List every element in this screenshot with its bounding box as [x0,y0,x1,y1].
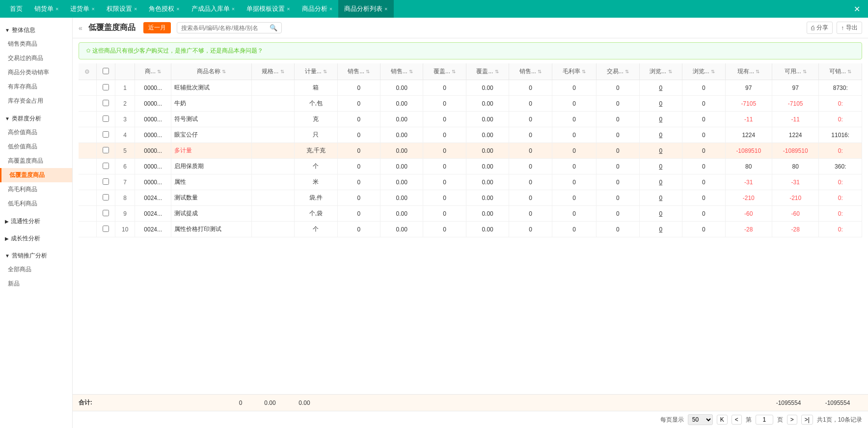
trade-column-header[interactable]: 交易... ⇅ [597,63,639,80]
sidebar-group-overall[interactable]: ▼ 整体信息 [0,24,72,37]
sales-qty-column-header[interactable]: 销售... ⇅ [337,63,380,80]
browse-a-cell[interactable]: 0 [639,80,682,96]
checkbox-cell[interactable] [96,222,115,237]
cover-a-column-header[interactable]: 覆盖... ⇅ [423,63,466,80]
checkbox-cell[interactable] [96,174,115,190]
close-icon[interactable]: × [55,6,58,12]
sales-c-column-header[interactable]: 销售... ⇅ [509,63,552,80]
row-checkbox[interactable] [103,210,109,216]
gross-rate-cell: 0 [552,190,596,206]
nav-permission[interactable]: 权限设置 × [101,0,143,18]
row-checkbox[interactable] [103,84,109,90]
checkbox-cell[interactable] [96,143,115,159]
search-input[interactable] [181,25,270,31]
sidebar-group-circulation[interactable]: ▶ 流通性分析 [0,215,72,228]
sidebar-item-stocked-goods[interactable]: 有库存商品 [0,80,72,94]
close-icon[interactable]: × [329,6,332,12]
close-icon[interactable]: × [176,6,179,12]
row-checkbox[interactable] [103,131,109,138]
row-checkbox[interactable] [103,100,109,106]
nav-template-settings[interactable]: 单据模板设置 × [241,0,296,18]
checkbox-cell[interactable] [96,159,115,174]
current-column-header[interactable]: 现有... ⇅ [725,63,772,80]
sidebar-item-low-coverage[interactable]: 低覆盖度商品 [0,168,72,182]
checkbox-cell[interactable] [96,190,115,206]
row-checkbox[interactable] [103,147,109,153]
sidebar-item-sales-goods[interactable]: 销售类商品 [0,37,72,51]
checkbox-cell[interactable] [96,80,115,96]
checkbox-cell[interactable] [96,206,115,222]
sidebar-item-traded-goods[interactable]: 交易过的商品 [0,51,72,65]
browse-a-cell[interactable]: 0 [639,206,682,222]
next-page-button[interactable]: > [787,415,797,425]
checkbox-cell[interactable] [96,112,115,127]
sidebar-group-marketing[interactable]: ▼ 营销推广分析 [0,249,72,262]
browse-a-cell[interactable]: 0 [639,159,682,174]
cover-b-column-header[interactable]: 覆盖... ⇅ [466,63,509,80]
settings-column-header[interactable]: ⚙ [79,63,96,80]
row-checkbox[interactable] [103,115,109,122]
sidebar-item-low-value[interactable]: 低价值商品 [0,140,72,154]
sidebar-item-low-gross[interactable]: 低毛利商品 [0,197,72,211]
close-icon[interactable]: × [91,6,94,12]
per-page-select[interactable]: 50 20 100 [688,414,713,425]
nav-sales-order[interactable]: 销货单 × [28,0,64,18]
share-button[interactable]: ⎙ 分享 [807,22,833,34]
browse-a-cell[interactable]: 0 [639,190,682,206]
checkbox-cell[interactable] [96,96,115,112]
gross-rate-column-header[interactable]: 毛利率 ⇅ [552,63,596,80]
browse-a-column-header[interactable]: 浏览... ⇅ [639,63,682,80]
select-all-checkbox[interactable] [103,68,109,74]
close-icon[interactable]: × [232,6,235,12]
browse-a-cell[interactable]: 0 [639,96,682,112]
sidebar-group-growth[interactable]: ▶ 成长性分析 [0,232,72,245]
row-checkbox[interactable] [103,194,109,200]
sidebar-item-high-coverage[interactable]: 高覆盖度商品 [0,154,72,168]
spec-column-header[interactable]: 规格... ⇅ [251,63,294,80]
available-column-header[interactable]: 可用... ⇅ [772,63,818,80]
nav-product-analysis[interactable]: 商品分析 × [296,0,338,18]
sidebar-item-high-gross[interactable]: 高毛利商品 [0,182,72,197]
checkbox-column-header[interactable] [96,63,115,80]
nav-product-inbound[interactable]: 产成品入库单 × [186,0,241,18]
nav-home[interactable]: 首页 [4,0,28,18]
page-number-input[interactable] [756,415,773,425]
name-column-header[interactable]: 商品名称 ⇅ [171,63,251,80]
sales-amt-cell: 0.00 [380,143,423,159]
search-icon[interactable]: 🔍 [270,24,277,31]
browse-a-cell[interactable]: 0 [639,112,682,127]
close-icon[interactable]: × [287,6,290,12]
nav-product-analysis-list[interactable]: 商品分析列表 × [338,0,393,18]
browse-a-cell[interactable]: 0 [639,222,682,237]
browse-a-cell[interactable]: 0 [639,127,682,143]
date-filter-button[interactable]: 近一月 [143,22,171,33]
sidebar-collapse-button[interactable]: « [79,24,82,32]
sellable-column-header[interactable]: 可销... ⇅ [819,63,862,80]
browse-a-cell[interactable]: 0 [639,174,682,190]
prev-page-button[interactable]: < [732,415,742,425]
nav-role-auth[interactable]: 角色授权 × [143,0,185,18]
row-checkbox[interactable] [103,226,109,232]
code-column-header[interactable]: 商... ⇅ [135,63,171,80]
nav-purchase-order[interactable]: 进货单 × [64,0,100,18]
row-checkbox[interactable] [103,178,109,185]
close-icon[interactable]: × [384,6,387,12]
browse-a-cell[interactable]: 0 [639,143,682,159]
unit-column-header[interactable]: 计量... ⇅ [295,63,337,80]
checkbox-cell[interactable] [96,127,115,143]
window-close-button[interactable]: ✕ [850,4,864,14]
first-page-button[interactable]: K [717,415,728,425]
sidebar-item-inventory-capital[interactable]: 库存资金占用 [0,94,72,108]
sidebar-group-cluster[interactable]: ▼ 类群度分析 [0,112,72,125]
sidebar-item-high-value[interactable]: 高价值商品 [0,125,72,140]
sales-amt-column-header[interactable]: 销售... ⇅ [380,63,423,80]
row-checkbox[interactable] [103,163,109,169]
sidebar-item-category-rate[interactable]: 商品分类动销率 [0,65,72,80]
last-page-button[interactable]: >| [801,415,813,425]
sidebar-item-new-goods[interactable]: 新品 [0,277,72,291]
data-table-wrap[interactable]: ⚙ 商... ⇅ 商品名称 ⇅ 规格... ⇅ 计量... ⇅ 销售... ⇅ … [79,63,862,394]
close-icon[interactable]: × [134,6,137,12]
export-button[interactable]: ↑ 导出 [837,22,862,34]
sidebar-item-all-goods[interactable]: 全部商品 [0,262,72,277]
browse-b-column-header[interactable]: 浏览... ⇅ [682,63,725,80]
